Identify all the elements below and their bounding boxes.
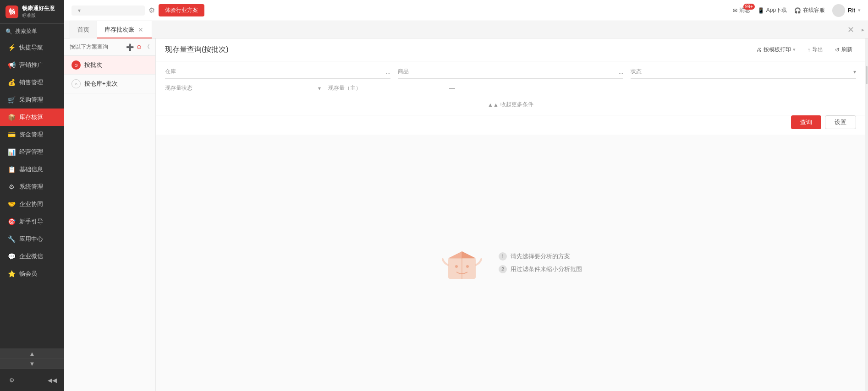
- member-icon: ⭐: [7, 270, 16, 278]
- warehouse-more-icon[interactable]: ...: [386, 69, 390, 75]
- sidebar-item-operation[interactable]: 📊 经营管理: [0, 143, 64, 161]
- nav-label: 销售管理: [19, 78, 43, 87]
- scheme-label: 按仓库+批次: [84, 80, 118, 88]
- nav-label: 库存核算: [19, 113, 43, 121]
- tab-panel-arrow-icon[interactable]: ▸: [862, 27, 864, 33]
- sidebar-search[interactable]: 🔍 搜索菜单: [0, 24, 64, 39]
- inventory-status-dropdown-icon[interactable]: ▾: [318, 85, 321, 92]
- app-logo: 畅: [5, 5, 18, 18]
- online-service-icon: 🎧: [794, 7, 801, 14]
- sidebar-item-finance[interactable]: 💳 资金管理: [0, 126, 64, 143]
- wechat-icon: 💬: [7, 252, 16, 261]
- panel-collapse-icon[interactable]: 《: [144, 43, 150, 51]
- svg-point-6: [466, 265, 469, 268]
- status-dropdown-icon[interactable]: ▾: [853, 69, 856, 75]
- inventory-main-label: 现存量（主）: [328, 84, 361, 92]
- sidebar-item-apps[interactable]: 🔧 应用中心: [0, 230, 64, 248]
- print-button[interactable]: 🖨 按模板打印 ▾: [753, 44, 799, 55]
- collapse-up-icon: ▲▲: [488, 102, 499, 108]
- inventory-main-from-input[interactable]: [368, 85, 445, 92]
- scheme-item-by-batch[interactable]: ⊙ 按批次: [64, 56, 155, 75]
- quick-nav-icon: ⚡: [7, 43, 16, 52]
- product-input[interactable]: [412, 68, 617, 75]
- nav-label: 采购管理: [19, 96, 43, 104]
- user-dropdown-icon: ▾: [858, 7, 861, 13]
- user-menu[interactable]: Rit ▾: [832, 4, 861, 17]
- sidebar-brand: 畅康通好生意 标准版: [22, 5, 55, 19]
- sidebar-item-member[interactable]: ⭐ 畅会员: [0, 265, 64, 282]
- warehouse-filter: 仓库 ...: [165, 68, 390, 79]
- print-dropdown-icon[interactable]: ▾: [793, 47, 796, 53]
- sidebar-item-purchase[interactable]: 🛒 采购管理: [0, 91, 64, 109]
- tip-2-number: 2: [499, 265, 507, 273]
- apps-icon: 🔧: [7, 235, 16, 243]
- tab-home-label: 首页: [77, 26, 89, 34]
- trial-button[interactable]: 体验行业方案: [159, 4, 204, 16]
- newbie-icon: 🎯: [7, 217, 16, 226]
- tab-inventory-batch[interactable]: 库存批次账 ✕: [97, 21, 152, 38]
- sidebar-item-newbie[interactable]: 🎯 新手引导: [0, 213, 64, 230]
- sidebar-header: 畅 畅康通好生意 标准版: [0, 0, 64, 24]
- inventory-status-filter[interactable]: 现存量状态 ▾: [165, 84, 321, 95]
- nav-label: 畅会员: [19, 270, 37, 278]
- export-button[interactable]: ↑ 导出: [804, 44, 827, 55]
- scheme-label: 按批次: [84, 61, 102, 69]
- sidebar-scroll-down[interactable]: ▼: [0, 358, 64, 369]
- messages-badge: 99+: [743, 4, 755, 10]
- sidebar-item-system[interactable]: ⚙ 系统管理: [0, 178, 64, 196]
- sidebar-item-marketing[interactable]: 📢 营销推广: [0, 56, 64, 74]
- warehouse-input[interactable]: [180, 68, 384, 75]
- sidebar-item-collab[interactable]: 🤝 企业协同: [0, 196, 64, 213]
- nav-label: 企业微信: [19, 252, 43, 261]
- svg-point-5: [455, 265, 458, 268]
- sidebar-item-sales[interactable]: 💰 销售管理: [0, 74, 64, 91]
- nav-label: 企业协同: [19, 200, 43, 208]
- refresh-button[interactable]: ↺ 刷新: [831, 44, 856, 55]
- sidebar-item-basic[interactable]: 📋 基础信息: [0, 161, 64, 178]
- topbar-search-area[interactable]: ▾: [71, 5, 145, 16]
- query-button[interactable]: 查询: [791, 115, 821, 129]
- scheme-outline-icon: ○: [71, 79, 81, 88]
- sales-icon: 💰: [7, 78, 16, 87]
- status-filter[interactable]: 状态 ▾: [631, 68, 856, 79]
- topbar-left: ▾ ⚙ 体验行业方案: [71, 4, 727, 16]
- scrollbar[interactable]: [865, 38, 868, 391]
- nav-label: 新手引导: [19, 217, 43, 226]
- sidebar-item-wechat[interactable]: 💬 企业微信: [0, 248, 64, 265]
- app-download-label: App下载: [766, 6, 787, 14]
- topbar-settings-icon[interactable]: ⚙: [148, 6, 155, 15]
- scheme-active-icon: ⊙: [71, 60, 81, 70]
- app-download-button[interactable]: 📱 App下载: [758, 6, 787, 14]
- messages-button[interactable]: ✉ 消息 99+: [733, 6, 750, 14]
- nav-label: 系统管理: [19, 183, 43, 191]
- sidebar-scroll-up[interactable]: ▲: [0, 348, 64, 358]
- sidebar-settings-button[interactable]: ⚙: [5, 374, 18, 386]
- tab-panel-close-button[interactable]: ✕: [847, 25, 854, 35]
- tab-home[interactable]: 首页: [70, 21, 97, 38]
- filter-row-2: 现存量状态 ▾ 现存量（主） —: [165, 84, 856, 95]
- sidebar-item-inventory[interactable]: 📦 库存核算: [0, 109, 64, 126]
- add-scheme-button[interactable]: ➕: [126, 43, 134, 51]
- collapse-more-label: 收起更多条件: [500, 101, 533, 109]
- scheme-item-by-warehouse-batch[interactable]: ○ 按仓库+批次: [64, 75, 155, 93]
- nav-label: 资金管理: [19, 130, 43, 139]
- scheme-settings-button[interactable]: ⊙: [137, 43, 142, 50]
- sidebar-item-quick-nav[interactable]: ⚡ 快捷导航: [0, 39, 64, 56]
- range-dash: —: [449, 85, 455, 92]
- topbar-search-dropdown-icon[interactable]: ▾: [78, 7, 81, 14]
- online-service-button[interactable]: 🎧 在线客服: [794, 6, 825, 14]
- sidebar-search-label: 搜索菜单: [15, 27, 37, 35]
- product-more-icon[interactable]: ...: [619, 69, 623, 75]
- inventory-status-label: 现存量状态: [165, 84, 192, 92]
- inventory-main-to-input[interactable]: [459, 85, 536, 92]
- warehouse-label: 仓库: [165, 68, 176, 76]
- sidebar-footer: ⚙ ◀◀: [0, 369, 64, 391]
- topbar: ▾ ⚙ 体验行业方案 ✉ 消息 99+ 📱 App下载 🎧 在线客服 Rit: [64, 0, 868, 21]
- nav-label: 经营管理: [19, 148, 43, 156]
- tab-close-icon[interactable]: ✕: [137, 27, 144, 33]
- sidebar-collapse-button[interactable]: ◀◀: [46, 374, 59, 386]
- collab-icon: 🤝: [7, 200, 16, 208]
- collapse-more-button[interactable]: ▲▲ 收起更多条件: [165, 101, 856, 109]
- settings-button[interactable]: 设置: [825, 115, 856, 129]
- svg-marker-2: [462, 251, 476, 258]
